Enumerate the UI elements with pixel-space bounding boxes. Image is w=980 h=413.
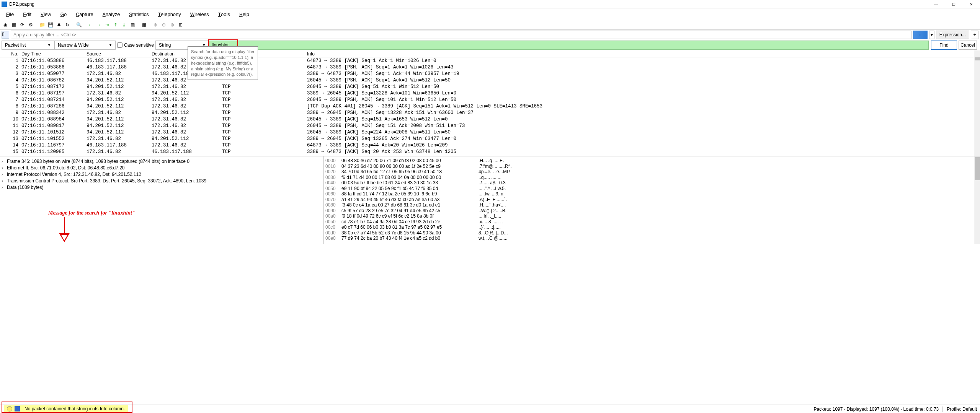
zoom-out-icon[interactable]: ⊖ xyxy=(160,21,168,29)
packet-row[interactable]: 1307:16:11.101552172.31.46.8294.201.52.1… xyxy=(0,135,980,142)
expression-button[interactable]: Expression... xyxy=(936,31,969,39)
filter-history-dropdown[interactable]: ▾ xyxy=(929,31,934,39)
packet-row[interactable]: 407:16:11.08678294.201.52.112172.31.46.8… xyxy=(0,77,980,83)
hex-line[interactable]: 00d038 0b e7 a7 4f 5b 52 e3 7c d8 15 9b … xyxy=(325,230,978,236)
status-indicator-icon xyxy=(7,406,12,411)
cancel-button[interactable]: Cancel xyxy=(959,41,977,50)
minimize-button[interactable]: — xyxy=(927,0,945,8)
go-last-icon[interactable]: ⤓ xyxy=(120,21,128,29)
col-header-source[interactable]: Source xyxy=(85,51,150,57)
packet-row[interactable]: 307:16:11.059077172.31.46.8246.183.117.1… xyxy=(0,70,980,77)
apply-filter-button[interactable]: → xyxy=(913,31,928,39)
col-header-info[interactable]: Info xyxy=(305,51,980,57)
menu-go[interactable]: Go xyxy=(56,10,72,19)
hex-pane-scrollbar[interactable] xyxy=(974,156,980,244)
packet-row[interactable]: 707:16:11.08721494.201.52.112172.31.46.8… xyxy=(0,96,980,103)
packet-row[interactable]: 1107:16:11.08981794.201.52.112172.31.46.… xyxy=(0,122,980,129)
hex-line[interactable]: 00e077 d9 74 2c ba 20 b7 43 40 f4 1e c4 … xyxy=(325,236,978,241)
zoom-reset-icon[interactable]: ⊜ xyxy=(168,21,176,29)
reload-icon[interactable]: ↻ xyxy=(64,21,71,29)
packet-row[interactable]: 1507:16:11.120985172.31.46.8246.183.117.… xyxy=(0,148,980,155)
resize-columns-icon[interactable]: ⊞ xyxy=(177,21,185,29)
menu-tools[interactable]: Tools xyxy=(214,10,235,19)
maximize-button[interactable]: ☐ xyxy=(945,0,962,8)
hex-line[interactable]: 0030f6 d1 71 d4 00 00 17 03 03 04 0a 00 … xyxy=(325,175,978,180)
hex-line[interactable]: 000006 48 80 e6 d7 20 06 71 09 cb f8 02 … xyxy=(325,158,978,164)
packet-row[interactable]: 507:16:11.08717294.201.52.112172.31.46.8… xyxy=(0,83,980,90)
tree-item[interactable]: ›Data (1039 bytes) xyxy=(2,184,322,190)
go-back-icon[interactable]: ← xyxy=(87,21,94,29)
packet-row[interactable]: 107:16:11.05388646.183.117.188172.31.46.… xyxy=(0,57,980,64)
packet-bytes-pane[interactable]: 000006 48 80 e6 d7 20 06 71 09 cb f8 02 … xyxy=(324,156,980,244)
menu-view[interactable]: View xyxy=(36,10,56,19)
capture-options-icon[interactable]: ⚙ xyxy=(27,21,34,29)
hex-line[interactable]: 00b0cd 78 e1 b7 04 a4 9a 38 0d 04 ce f6 … xyxy=(325,219,978,225)
status-profile[interactable]: Profile: Default xyxy=(947,406,977,412)
menu-bar: FileEditViewGoCaptureAnalyzeStatisticsTe… xyxy=(0,8,980,20)
close-button[interactable]: ✕ xyxy=(962,0,980,8)
hex-line[interactable]: 004000 03 5c b7 ff be be f0 61 24 ed 83 … xyxy=(325,180,978,186)
menu-telephony[interactable]: Telephony xyxy=(154,10,186,19)
save-file-icon[interactable]: 💾 xyxy=(47,21,54,29)
stop-capture-icon[interactable]: ▦ xyxy=(10,21,18,29)
find-button[interactable]: Find xyxy=(931,41,957,50)
menu-file[interactable]: File xyxy=(2,10,18,19)
packet-row[interactable]: 1207:16:11.10151294.201.52.112172.31.46.… xyxy=(0,129,980,135)
packet-row[interactable]: 1007:16:11.08898494.201.52.112172.31.46.… xyxy=(0,116,980,122)
packet-row[interactable]: 1407:16:11.11679746.183.117.188172.31.46… xyxy=(0,142,980,148)
col-header-time[interactable]: Day Time xyxy=(20,51,85,57)
col-header-no[interactable]: No. xyxy=(0,51,20,57)
hex-line[interactable]: 001004 37 23 6d 40 00 80 06 00 00 ac 1f … xyxy=(325,164,978,169)
search-scope-value: Packet list xyxy=(5,42,26,48)
restart-capture-icon[interactable]: ⟳ xyxy=(18,21,26,29)
menu-edit[interactable]: Edit xyxy=(18,10,36,19)
display-filter-input[interactable] xyxy=(11,31,911,39)
search-charset-combo[interactable]: Narrow & Wide ▼ xyxy=(54,41,116,50)
case-sensitive-checkbox[interactable]: Case sensitive xyxy=(116,42,155,48)
go-to-packet-icon[interactable]: ⇥ xyxy=(103,21,111,29)
bookmark-filter-icon[interactable]: ▯ xyxy=(2,31,9,39)
menu-statistics[interactable]: Statistics xyxy=(124,10,153,19)
tree-item[interactable]: ›Transmission Control Protocol, Src Port… xyxy=(2,177,322,184)
hex-line[interactable]: 002034 70 0d 3d 65 bd 12 c1 05 65 95 96 … xyxy=(325,169,978,175)
go-first-icon[interactable]: ⤒ xyxy=(112,21,119,29)
search-input[interactable] xyxy=(209,41,929,50)
menu-capture[interactable]: Capture xyxy=(71,10,98,19)
main-toolbar: ◉ ▦ ⟳ ⚙ 📁 💾 ✖ ↻ 🔍 ← → ⇥ ⤒ ⤓ ▤ ▦ ⊕ ⊖ ⊜ ⊞ xyxy=(0,20,980,30)
hex-line[interactable]: 00c0e0 c7 7d 60 06 b0 03 b0 81 3a 7c 97 … xyxy=(325,224,978,230)
auto-scroll-icon[interactable]: ▤ xyxy=(129,21,136,29)
close-file-icon[interactable]: ✖ xyxy=(55,21,63,29)
packet-row[interactable]: 207:16:11.05388646.183.117.188172.31.46.… xyxy=(0,64,980,70)
hex-line[interactable]: 0090c5 9f 57 da 28 29 e5 7c 32 04 91 d4 … xyxy=(325,208,978,214)
hex-line[interactable]: 0070a1 41 29 a4 93 45 5f 46 d3 fa c0 ab … xyxy=(325,197,978,203)
menu-wireless[interactable]: Wireless xyxy=(186,10,214,19)
open-file-icon[interactable]: 📁 xyxy=(38,21,46,29)
add-filter-button[interactable]: + xyxy=(971,31,978,39)
hex-line[interactable]: 006088 fa ff cd 11 74 77 12 ba 2e 05 39 … xyxy=(325,191,978,197)
tree-item[interactable]: ›Frame 346: 1093 bytes on wire (8744 bit… xyxy=(2,158,322,164)
title-bar: DP2.pcapng — ☐ ✕ xyxy=(0,0,980,8)
colorize-icon[interactable]: ▦ xyxy=(140,21,148,29)
case-sensitive-input[interactable] xyxy=(117,42,122,48)
tree-item[interactable]: ›Ethernet II, Src: 06:71:09:cb:f8:02, Ds… xyxy=(2,164,322,171)
app-icon xyxy=(2,2,7,7)
find-packet-icon[interactable]: 🔍 xyxy=(75,21,83,29)
status-packets: Packets: 1097 · Displayed: 1097 (100.0%)… xyxy=(813,406,939,412)
hex-line[interactable]: 0050e9 11 90 bf 94 22 05 5e 9c f1 b5 4c … xyxy=(325,186,978,192)
status-message: No packet contained that string in its I… xyxy=(4,405,128,412)
start-capture-icon[interactable]: ◉ xyxy=(2,21,9,29)
zoom-in-icon[interactable]: ⊕ xyxy=(152,21,159,29)
packet-list-scrollbar[interactable] xyxy=(974,50,980,156)
packet-row[interactable]: 907:16:11.088342172.31.46.8294.201.52.11… xyxy=(0,109,980,116)
packet-details-pane[interactable]: ›Frame 346: 1093 bytes on wire (8744 bit… xyxy=(0,156,324,244)
packet-row[interactable]: 607:16:11.087197172.31.46.8294.201.52.11… xyxy=(0,90,980,96)
hex-line[interactable]: 00a0f9 18 ff 0d 49 72 6c c9 ef 5f 6c c2 … xyxy=(325,213,978,219)
go-forward-icon[interactable]: → xyxy=(95,21,103,29)
packet-row[interactable]: 807:16:11.08728694.201.52.112172.31.46.8… xyxy=(0,103,980,109)
hex-line[interactable]: 0080f3 48 0c c4 1a ea 00 27 db 68 61 3c … xyxy=(325,202,978,208)
menu-analyze[interactable]: Analyze xyxy=(98,10,125,19)
search-scope-combo[interactable]: Packet list ▼ xyxy=(2,41,54,50)
tree-item[interactable]: ›Internet Protocol Version 4, Src: 172.3… xyxy=(2,171,322,177)
menu-help[interactable]: Help xyxy=(235,10,254,19)
packet-list[interactable]: No. Day Time Source Destination Protocol… xyxy=(0,50,980,156)
